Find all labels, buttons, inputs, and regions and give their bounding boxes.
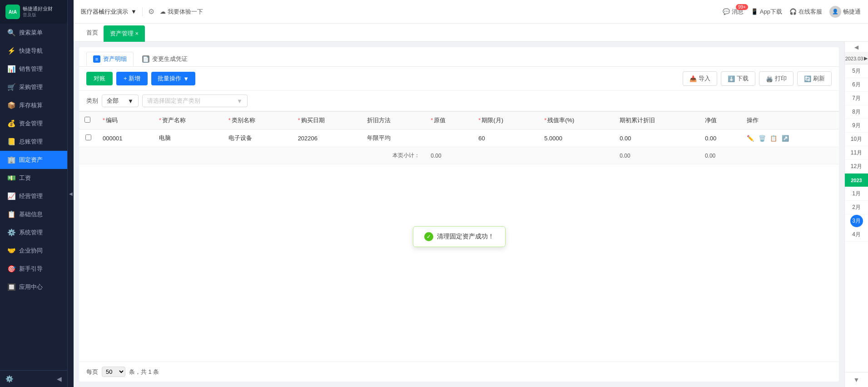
company-selector[interactable]: 医疗器械行业演示 ▼ xyxy=(81,8,137,16)
refresh-button[interactable]: 🔄 刷新 xyxy=(797,71,832,86)
cell-net-value: 0.00 xyxy=(699,129,741,147)
th-code: *编码 xyxy=(97,112,154,129)
user-menu-button[interactable]: 👤 畅捷通 xyxy=(829,6,861,18)
cal-month-7[interactable]: 7月 xyxy=(845,92,868,105)
new-button[interactable]: + 新增 xyxy=(116,72,148,85)
th-net-value: 净值 xyxy=(699,112,741,129)
collapse-icon[interactable]: ◀ xyxy=(57,375,62,382)
message-icon: 💬 xyxy=(723,8,730,15)
import-button[interactable]: 📥 导入 xyxy=(683,71,717,86)
sidebar-item-payroll[interactable]: 💵 工资 xyxy=(0,169,67,187)
ledger-icon: 📒 xyxy=(7,138,15,146)
doc-icon: 📄 xyxy=(142,55,149,63)
settings-icon[interactable]: ⚙️ xyxy=(5,375,13,382)
user-avatar: 👤 xyxy=(829,6,841,18)
subtotal-row: 本页小计： 0.00 0.00 0.00 xyxy=(79,147,839,164)
more-icon[interactable]: ↗️ xyxy=(782,135,789,142)
sidebar-item-capital[interactable]: 💰 资金管理 xyxy=(0,114,67,133)
sidebar-item-fixedassets[interactable]: 🏢 固定资产 xyxy=(0,151,67,169)
online-service-button[interactable]: 🎧 在线客服 xyxy=(789,8,822,16)
import-label: 导入 xyxy=(699,74,710,83)
edit-icon[interactable]: ✏️ xyxy=(747,135,754,142)
select-all-checkbox[interactable] xyxy=(84,117,90,123)
sidebar: AtA 畅捷通好业财 普及版 🔍 搜索菜单 ⚡ 快捷导航 📊 销售管理 🛒 采购… xyxy=(0,0,67,387)
calendar-year-month: 2023.03 xyxy=(845,56,863,61)
print-label: 打印 xyxy=(775,74,787,83)
cal-month-2[interactable]: 2月 xyxy=(845,201,868,214)
cell-purchase-date: 202206 xyxy=(293,129,362,147)
cal-month-11[interactable]: 11月 xyxy=(845,146,868,160)
batch-button[interactable]: 批量操作 ▼ xyxy=(151,72,195,85)
cal-month-9[interactable]: 9月 xyxy=(845,119,868,133)
operations-icon: 📈 xyxy=(7,192,15,200)
th-residual-rate: *残值率(%) xyxy=(539,112,614,129)
sidebar-item-label: 总账管理 xyxy=(19,138,43,146)
tab-asset-label: 资产管理 × xyxy=(110,30,139,38)
cal-month-5[interactable]: 5月 xyxy=(845,64,868,78)
sub-tab-change-voucher[interactable]: 📄 变更生成凭证 xyxy=(135,52,194,66)
toast-overlay: ✓ 清理固定资产成功！ xyxy=(413,226,506,247)
sidebar-item-sales[interactable]: 📊 销售管理 xyxy=(0,60,67,78)
category-select[interactable]: 请选择固定资产类别 ▼ xyxy=(142,94,248,107)
sub-tab-asset-detail[interactable]: ≡ 资产明细 xyxy=(86,52,134,66)
fixedassets-icon: 🏢 xyxy=(7,156,15,164)
cal-month-1[interactable]: 1月 xyxy=(845,187,868,201)
cal-month-6[interactable]: 6月 xyxy=(845,78,868,92)
row-checkbox[interactable] xyxy=(85,134,91,140)
sidebar-item-label: 经营管理 xyxy=(19,192,43,200)
copy-icon[interactable]: 📋 xyxy=(770,135,777,142)
app-download-button[interactable]: 📱 App下载 xyxy=(751,8,782,16)
refresh-label: 刷新 xyxy=(813,74,825,83)
message-button[interactable]: 💬 消息 99+ xyxy=(723,8,744,16)
topbar-divider xyxy=(142,7,143,16)
content-main: ≡ 资产明细 📄 变更生成凭证 对账 + 新增 批量操作 ▼ xyxy=(74,42,844,387)
sidebar-item-sysadmin[interactable]: ⚙️ 系统管理 xyxy=(0,223,67,242)
settings-button[interactable]: ⚙ xyxy=(148,7,154,16)
sidebar-item-purchase[interactable]: 🛒 采购管理 xyxy=(0,78,67,96)
cal-month-3-current[interactable]: 3月 xyxy=(850,215,863,228)
sidebar-toggle-button[interactable]: ◀ xyxy=(67,0,74,387)
download-icon: ⬇️ xyxy=(728,75,735,82)
cal-month-4[interactable]: 4月 xyxy=(845,228,868,242)
trial-button[interactable]: ☁ 我要体验一下 xyxy=(160,8,203,16)
sales-icon: 📊 xyxy=(7,65,15,73)
tab-home[interactable]: 首页 xyxy=(81,24,104,42)
company-name: 医疗器械行业演示 xyxy=(81,8,128,16)
print-button[interactable]: 🖨️ 打印 xyxy=(759,71,794,86)
sidebar-item-inventory[interactable]: 📦 库存核算 xyxy=(0,96,67,114)
cal-month-8[interactable]: 8月 xyxy=(845,105,868,119)
down-arrow-icon[interactable]: ▼ xyxy=(852,374,862,385)
sidebar-item-ledger[interactable]: 📒 总账管理 xyxy=(0,133,67,151)
reconcile-button[interactable]: 对账 xyxy=(86,72,113,85)
cell-name: 电脑 xyxy=(154,129,223,147)
topbar-right: 💬 消息 99+ 📱 App下载 🎧 在线客服 👤 畅捷通 xyxy=(723,6,861,18)
download-label: 下载 xyxy=(737,74,749,83)
row-checkbox-cell xyxy=(79,129,97,147)
cell-category: 电子设备 xyxy=(223,129,293,147)
download-button[interactable]: ⬇️ 下载 xyxy=(721,71,755,86)
toast-message: 清理固定资产成功！ xyxy=(437,233,494,241)
sidebar-item-quicknav[interactable]: ⚡ 快捷导航 xyxy=(0,42,67,60)
total-label: 条，共 1 条 xyxy=(129,368,159,376)
content-area: ≡ 资产明细 📄 变更生成凭证 对账 + 新增 批量操作 ▼ xyxy=(74,42,868,387)
per-page-select[interactable]: 50 10 20 100 xyxy=(102,367,125,377)
tab-asset-management[interactable]: 资产管理 × xyxy=(104,25,145,42)
table-row: 000001 电脑 电子设备 202206 年限平均 60 5.0000 0.0… xyxy=(79,129,839,147)
sidebar-footer: ⚙️ ◀ xyxy=(0,370,67,387)
refresh-icon: 🔄 xyxy=(804,75,811,82)
category-type-select[interactable]: 全部 ▼ xyxy=(102,94,139,107)
sidebar-item-guide[interactable]: 🎯 新手引导 xyxy=(0,260,67,278)
sidebar-item-apps[interactable]: 🔲 应用中心 xyxy=(0,278,67,296)
basicinfo-icon: 📋 xyxy=(7,210,15,218)
panel-expand-button[interactable]: ◀ xyxy=(845,42,868,53)
th-name: *资产名称 xyxy=(154,112,223,129)
sidebar-item-search[interactable]: 🔍 搜索菜单 xyxy=(0,24,67,42)
delete-icon[interactable]: 🗑️ xyxy=(759,135,766,142)
sidebar-item-basicinfo[interactable]: 📋 基础信息 xyxy=(0,205,67,223)
sidebar-item-label: 搜索菜单 xyxy=(19,29,43,37)
sidebar-item-operations[interactable]: 📈 经营管理 xyxy=(0,187,67,205)
cal-month-10[interactable]: 10月 xyxy=(845,133,868,146)
cal-year-2023[interactable]: 2023 xyxy=(845,174,868,187)
cal-month-12[interactable]: 12月 xyxy=(845,160,868,174)
sidebar-item-cooperation[interactable]: 🤝 企业协同 xyxy=(0,242,67,260)
